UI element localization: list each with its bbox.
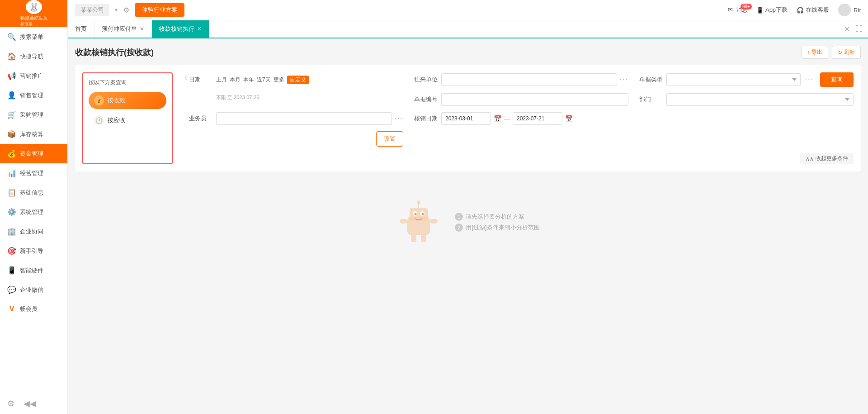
tabbar-controls: ✕ ⛶ [839, 20, 868, 38]
verify-date-end-input[interactable] [513, 112, 562, 125]
setting-btn-container: 设置 [189, 131, 403, 147]
tabbar: 首页 预付冲应付单 ✕ 收款核销执行 ✕ ✕ ⛶ [68, 20, 868, 38]
svg-rect-7 [430, 219, 438, 224]
filter-option-by-receipt[interactable]: 💰 按收款 [89, 92, 166, 109]
date-nolimit-text: 不限 至 2023-07-26 [216, 94, 259, 101]
doctype-select[interactable] [666, 73, 801, 86]
expand-icon[interactable]: ⛶ [855, 25, 863, 33]
business-input[interactable] [216, 112, 392, 125]
sidebar-item-enterprise[interactable]: 🏢 企业协同 [0, 222, 67, 241]
purchase-icon: 🛒 [7, 110, 16, 119]
tip-num-1: 1 [455, 213, 463, 221]
user-profile[interactable]: Rit [838, 4, 861, 16]
docnum-filter-row: 单据编号 [414, 93, 628, 106]
sidebar-item-system[interactable]: ⚙️ 系统管理 [0, 202, 67, 222]
collapse-conditions-button[interactable]: ∧∧ 收起更多条件 [800, 153, 854, 164]
home-icon: 🏠 [7, 52, 16, 61]
docnum-input[interactable] [441, 93, 628, 106]
sidebar-item-purchase[interactable]: 🛒 采购管理 [0, 105, 67, 124]
dropdown-arrow-icon[interactable]: ▾ [115, 7, 118, 13]
basic-icon: 📋 [7, 188, 16, 197]
sidebar-bottom: ⚙ ◀◀ [0, 393, 67, 414]
sidebar-item-basic[interactable]: 📋 基础信息 [0, 183, 67, 202]
svg-rect-8 [411, 235, 416, 242]
collapse-sidebar-icon[interactable]: ◀◀ [24, 399, 36, 409]
dept-select[interactable] [666, 93, 854, 106]
sidebar-item-quicknav[interactable]: 🏠 快捷导航 [0, 47, 67, 66]
sidebar-item-marketing[interactable]: 📢 营销推广 [0, 66, 67, 86]
query-button[interactable]: 查询 [820, 72, 854, 87]
sidebar-item-guide[interactable]: 🎯 新手引导 [0, 241, 67, 261]
setting-button[interactable]: 设置 [376, 131, 403, 147]
page-content: 收款核销执行(按收款) ↑ 导出 ↻ 刷新 按以下方案查询 💰 按收款 [68, 38, 868, 414]
filter-option-by-receivable[interactable]: 🕐 按应收 [89, 112, 166, 129]
partner-input[interactable] [441, 73, 617, 86]
topbar-right: ✉ 99+ 消息 📱 App下载 🎧 在线客服 Rit [728, 4, 861, 16]
close-collection-tab-icon[interactable]: ✕ [197, 26, 202, 32]
topbar: 某某公司 ▾ ⚙ 体验行业方案 ✉ 99+ 消息 📱 App下载 🎧 在线客服 … [68, 0, 868, 20]
empty-state: 1 请先选择要分析的方案 2 用[过滤]条件来缩小分析范围 [75, 171, 861, 272]
verify-date-end-cal-icon[interactable]: 📅 [565, 115, 573, 122]
business-label: 业务员 [189, 114, 212, 123]
receivable-option-icon: 🕐 [94, 115, 104, 125]
doctype-more-icon[interactable]: ··· [805, 76, 814, 84]
export-icon: ↑ [807, 49, 810, 56]
verify-date-start-input[interactable] [441, 112, 491, 125]
sidebar-item-wechat[interactable]: 💬 企业微信 [0, 280, 67, 300]
search-menu-icon: 🔍 [7, 33, 16, 41]
date-link-more[interactable]: 更多 [274, 76, 284, 84]
date-link-7days[interactable]: 近7天 [257, 76, 271, 84]
header-buttons: ↑ 导出 ↻ 刷新 [801, 46, 861, 59]
sidebar-item-inventory[interactable]: 📦 库存核算 [0, 124, 67, 144]
partner-more-icon[interactable]: ··· [620, 76, 628, 84]
app-icon: 📱 [756, 7, 764, 14]
date-link-thisyear[interactable]: 本年 [243, 76, 254, 84]
date-link-thismonth[interactable]: 本月 [230, 76, 241, 84]
verify-date-start-cal-icon[interactable]: 📅 [494, 115, 501, 122]
svg-rect-6 [400, 219, 407, 224]
docnum-value [441, 93, 628, 106]
empty-tips: 1 请先选择要分析的方案 2 用[过滤]条件来缩小分析范围 [455, 213, 539, 232]
sidebar-item-sales[interactable]: 👤 销售管理 [0, 86, 67, 105]
refresh-button[interactable]: ↻ 刷新 [832, 46, 861, 59]
message-icon[interactable]: ✉ 99+ 消息 [728, 6, 747, 14]
system-icon: ⚙️ [7, 208, 16, 216]
date-dash: — [504, 115, 510, 122]
business-more-icon[interactable]: ··· [395, 114, 403, 123]
close-prepay-tab-icon[interactable]: ✕ [140, 26, 144, 32]
solution-btn[interactable]: 体验行业方案 [135, 3, 184, 17]
date-link-custom[interactable]: 自定义 [287, 76, 309, 84]
logo-icon: 🐰 [26, 0, 42, 14]
member-icon: V [7, 305, 16, 313]
chevron-up-icon: ∧∧ [806, 156, 814, 162]
collapse-arrow[interactable]: 《 [180, 72, 189, 164]
close-tab-icon[interactable]: ✕ [844, 25, 850, 33]
online-service[interactable]: 🎧 在线客服 [797, 6, 829, 14]
sidebar-item-finance[interactable]: 💰 资金管理 [0, 144, 67, 163]
date-value: 上月 本月 本年 近7天 更多 自定义 [216, 76, 403, 84]
sidebar-item-operations[interactable]: 📊 经营管理 [0, 163, 67, 183]
inventory-icon: 📦 [7, 130, 16, 138]
avatar [838, 4, 851, 16]
partner-label: 往来单位 [414, 76, 438, 84]
settings-icon[interactable]: ⚙ [123, 6, 129, 14]
filter-options-panel: 按以下方案查询 💰 按收款 🕐 按应收 [82, 72, 173, 164]
date-nolimit-row: 不限 至 2023-07-26 [189, 89, 403, 106]
tip-num-2: 2 [455, 224, 463, 232]
tab-prepay[interactable]: 预付冲应付单 ✕ [94, 20, 152, 38]
date-link-lastmonth[interactable]: 上月 [216, 76, 227, 84]
sidebar-item-member[interactable]: V 畅会员 [0, 300, 67, 319]
dept-filter-row: 部门 [639, 93, 854, 106]
main-area: 某某公司 ▾ ⚙ 体验行业方案 ✉ 99+ 消息 📱 App下载 🎧 在线客服 … [68, 0, 868, 414]
docnum-label: 单据编号 [414, 95, 438, 104]
page-header: 收款核销执行(按收款) ↑ 导出 ↻ 刷新 [75, 46, 861, 59]
settings-bottom-icon[interactable]: ⚙ [7, 399, 14, 409]
tab-home[interactable]: 首页 [68, 20, 94, 38]
export-button[interactable]: ↑ 导出 [801, 46, 828, 59]
sidebar-item-search[interactable]: 🔍 搜索菜单 [0, 27, 67, 47]
filter-panel: 按以下方案查询 💰 按收款 🕐 按应收 《 日期 [75, 65, 861, 171]
dept-label: 部门 [639, 95, 663, 104]
app-download[interactable]: 📱 App下载 [756, 6, 788, 14]
tab-collection[interactable]: 收款核销执行 ✕ [152, 20, 209, 38]
sidebar-item-hardware[interactable]: 📱 智能硬件 [0, 261, 67, 280]
